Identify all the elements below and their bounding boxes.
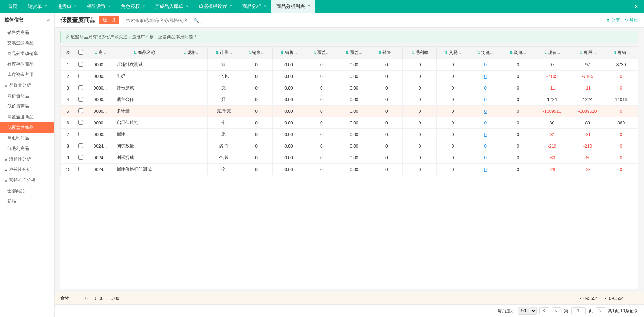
search-icon[interactable]: 🔍 [193, 18, 199, 23]
col-saleable[interactable]: ⇅ 可销... [605, 47, 638, 59]
col-sale-amount[interactable]: ⇅ 销售... [272, 47, 305, 59]
sidebar-item-all-goods[interactable]: 全部商品 [0, 186, 54, 196]
cell-browse1[interactable]: 0 [469, 71, 502, 82]
cell-gross: 0 [403, 164, 436, 175]
col-settings[interactable]: ⚙ [61, 47, 75, 59]
cell-browse1[interactable]: 0 [469, 164, 502, 175]
sidebar-group-category-analysis[interactable]: ∨ 类群量分析 [0, 80, 54, 91]
sidebar-item-traded-goods[interactable]: 交易过的商品 [0, 38, 54, 48]
cell-checkbox[interactable] [75, 129, 86, 140]
nav-item-role[interactable]: 角色授权 × [116, 0, 150, 13]
col-checkbox[interactable] [75, 47, 86, 59]
col-spec[interactable]: ⇅ 规格... [175, 47, 207, 59]
nav-close-purchase[interactable]: × [74, 0, 76, 13]
cell-checkbox[interactable] [75, 94, 86, 106]
cell-cover1: 0 [305, 106, 338, 117]
sidebar-item-low-coverage[interactable]: 低覆盖度商品 [0, 122, 54, 133]
total-label: 合计: [60, 295, 71, 301]
sidebar-item-category-rate[interactable]: 商品分类动销率 [0, 48, 54, 59]
share-button[interactable]: ⬆ 分享 [606, 17, 620, 23]
col-name[interactable]: ⇅ 商品名称 [114, 47, 175, 59]
cell-browse1[interactable]: 0 [469, 129, 502, 140]
col-sale-qty[interactable]: ⇅ 销售... [240, 47, 272, 59]
nav-close-sales[interactable]: × [45, 0, 47, 13]
sidebar-group-marketing[interactable]: ∨ 营销推广分析 [0, 175, 54, 186]
nav-item-home[interactable]: 首页 [3, 0, 23, 13]
nav-item-purchase[interactable]: 进货单 × [52, 0, 82, 13]
prev-page-btn[interactable]: < [552, 307, 561, 314]
cell-available: -28 [570, 164, 605, 175]
cell-trade: 0 [436, 106, 469, 117]
cell-spec [175, 152, 207, 164]
cell-browse1[interactable]: 0 [469, 94, 502, 106]
time-filter-button[interactable]: 近一月 [99, 16, 119, 24]
cell-current: 1224 [534, 94, 570, 106]
nav-item-finished[interactable]: 产成品入库单 × [150, 0, 193, 13]
col-cover2[interactable]: ⇅ 覆盖... [338, 47, 370, 59]
nav-item-permission[interactable]: 权限设置 × [82, 0, 116, 13]
sidebar-item-sales-goods[interactable]: 销售类商品 [0, 27, 54, 38]
nav-item-sales[interactable]: 销货单 × [23, 0, 52, 13]
cell-checkbox[interactable] [75, 82, 86, 94]
sidebar-item-in-stock[interactable]: 有库存的商品 [0, 59, 54, 70]
nav-close-role[interactable]: × [143, 0, 145, 13]
nav-close-analysis[interactable]: × [264, 0, 266, 13]
nav-close-template[interactable]: × [230, 0, 232, 13]
main-layout: 整体信息 « 销售类商品 交易过的商品 商品分类动销率 有库存的商品 库存资金占… [0, 13, 644, 317]
cell-cover2: 0.00 [338, 59, 370, 71]
cell-checkbox[interactable] [75, 117, 86, 129]
page-size-select[interactable]: 50 100 200 [518, 307, 537, 315]
cell-checkbox[interactable] [75, 71, 86, 82]
col-trade[interactable]: ⇅ 交易... [436, 47, 469, 59]
sidebar-item-high-gross[interactable]: 高毛利商品 [0, 133, 54, 143]
cell-browse1[interactable]: 0 [469, 106, 502, 117]
cell-cover1: 0 [305, 82, 338, 94]
nav-close-analysis-list[interactable]: × [308, 0, 310, 13]
cell-checkbox[interactable] [75, 59, 86, 71]
col-current[interactable]: ⇅ 现有... [534, 47, 570, 59]
sidebar-item-high-value[interactable]: 高价值商品 [0, 91, 54, 101]
cell-checkbox[interactable] [75, 164, 86, 175]
cell-checkbox[interactable] [75, 152, 86, 164]
sidebar-item-stock-capital[interactable]: 库存资金占用 [0, 70, 54, 80]
col-cover1[interactable]: ⇅ 覆盖... [305, 47, 338, 59]
col-unit[interactable]: ⇅ 计量... [208, 47, 240, 59]
cell-browse1[interactable]: 0 [469, 117, 502, 129]
sidebar-item-high-coverage[interactable]: 高覆盖度商品 [0, 112, 54, 122]
cell-browse1[interactable]: 0 [469, 59, 502, 71]
sidebar-group-circulation[interactable]: ∨ 流通性分析 [0, 154, 54, 165]
sidebar-item-new-goods[interactable]: 新品 [0, 196, 54, 207]
cell-browse1[interactable]: 0 [469, 82, 502, 94]
search-input[interactable] [126, 18, 192, 23]
cell-checkbox[interactable] [75, 140, 86, 152]
sidebar-collapse-btn[interactable]: « [47, 17, 50, 23]
window-close-btn[interactable]: × [631, 3, 641, 11]
page-number-input[interactable] [571, 307, 586, 314]
sidebar-group-growth[interactable]: ∨ 成长性分析 [0, 165, 54, 175]
cell-gross: 0 [403, 140, 436, 152]
next-page-btn[interactable]: > [596, 307, 605, 314]
cell-available: -1089510 [570, 106, 605, 117]
col-code[interactable]: ⇅ 商... [86, 47, 114, 59]
export-button[interactable]: ↻ 导出 [624, 17, 638, 23]
cell-saleable: 0: [605, 129, 638, 140]
sidebar-item-low-value[interactable]: 低价值商品 [0, 101, 54, 112]
col-sale3[interactable]: ⇅ 销售... [370, 47, 403, 59]
nav-item-template[interactable]: 单据模板设置 × [193, 0, 237, 13]
cell-sale-qty: 0 [240, 140, 272, 152]
cell-browse1[interactable]: 0 [469, 140, 502, 152]
nav-close-finished[interactable]: × [186, 0, 188, 13]
nav-item-analysis[interactable]: 商品分析 × [237, 0, 271, 13]
col-gross[interactable]: ⇅ 毛利率 [403, 47, 436, 59]
col-browse2[interactable]: ⇅ 浏览... [502, 47, 534, 59]
nav-close-permission[interactable]: × [109, 0, 111, 13]
cell-browse1[interactable]: 0 [469, 152, 502, 164]
data-table-wrapper[interactable]: ⚙ ⇅ 商... ⇅ 商品名称 ⇅ 规格... ⇅ 计量... ⇅ 销售... … [60, 46, 638, 289]
col-available[interactable]: ⇅ 可用... [570, 47, 605, 59]
cell-checkbox[interactable] [75, 106, 86, 117]
sidebar-item-low-gross[interactable]: 低毛利商品 [0, 143, 54, 154]
col-browse1[interactable]: ⇅ 浏览... [469, 47, 502, 59]
select-all-checkbox[interactable] [78, 50, 83, 55]
nav-item-analysis-list[interactable]: 商品分析列表 × [271, 0, 315, 13]
first-page-btn[interactable]: K [539, 307, 549, 314]
